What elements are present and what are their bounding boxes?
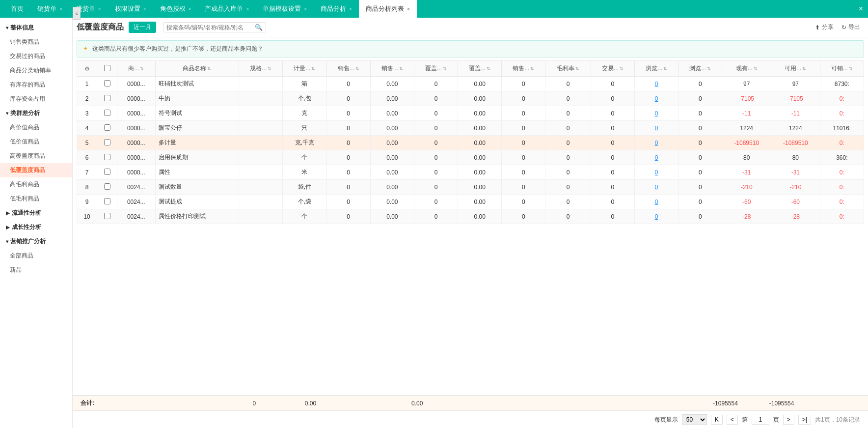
prev-page-button[interactable]: < xyxy=(727,415,738,425)
sidebar-item-low-margin[interactable]: 低毛利商品 xyxy=(0,192,72,206)
sidebar-collapse-button[interactable]: « xyxy=(73,7,81,20)
row-select-checkbox[interactable] xyxy=(104,110,110,116)
sidebar-section-cluster[interactable]: ▾ 类群差分析 xyxy=(0,106,72,120)
row-checkbox[interactable] xyxy=(97,121,117,136)
col-settings[interactable]: ⚙ xyxy=(77,61,97,77)
row-checkbox[interactable] xyxy=(97,165,117,180)
row-select-checkbox[interactable] xyxy=(104,95,110,101)
nav-close-analysis[interactable]: × xyxy=(349,6,352,12)
row-browse1[interactable]: 0 xyxy=(634,150,678,165)
nav-item-analysis[interactable]: 商品分析 × xyxy=(314,0,359,18)
row-checkbox[interactable] xyxy=(97,91,117,106)
sidebar-item-new-goods[interactable]: 新品 xyxy=(0,263,72,277)
col-sales-amount[interactable]: 销售...⇅ xyxy=(370,61,414,77)
nav-close-roles[interactable]: × xyxy=(189,6,191,12)
col-spec[interactable]: 规格...⇅ xyxy=(239,61,283,77)
row-checkbox[interactable] xyxy=(97,150,117,165)
col-trade[interactable]: 交易...⇅ xyxy=(591,61,634,77)
row-browse1[interactable]: 0 xyxy=(634,77,678,91)
row-select-checkbox[interactable] xyxy=(104,154,110,160)
nav-close-purchase[interactable]: × xyxy=(98,6,101,12)
row-current-stock: -28 xyxy=(722,209,771,224)
nav-close-analysis-list[interactable]: × xyxy=(407,6,410,12)
row-browse1[interactable]: 0 xyxy=(634,136,678,150)
first-page-button[interactable]: K xyxy=(711,415,723,425)
row-browse1[interactable]: 0 xyxy=(634,121,678,136)
col-browse1[interactable]: 浏览...⇅ xyxy=(634,61,678,77)
window-close-button[interactable]: × xyxy=(859,4,863,13)
col-sales-count[interactable]: 销售...⇅ xyxy=(326,61,370,77)
period-button[interactable]: 近一月 xyxy=(129,22,156,33)
sidebar-item-inventory-capital[interactable]: 库存资金占用 xyxy=(0,92,72,106)
col-available-stock[interactable]: 可用...⇅ xyxy=(771,61,820,77)
row-select-checkbox[interactable] xyxy=(104,198,110,204)
col-current-stock[interactable]: 现有...⇅ xyxy=(722,61,771,77)
row-browse1[interactable]: 0 xyxy=(634,209,678,224)
nav-item-roles[interactable]: 角色授权 × xyxy=(153,0,198,18)
row-select-checkbox[interactable] xyxy=(104,169,110,175)
sidebar-item-high-margin[interactable]: 高毛利商品 xyxy=(0,177,72,192)
nav-item-analysis-list[interactable]: 商品分析列表 × xyxy=(359,0,417,18)
row-checkbox[interactable] xyxy=(97,77,117,91)
sidebar-item-high-coverage[interactable]: 高覆盖度商品 xyxy=(0,149,72,163)
table-container[interactable]: ⚙ 商...⇅ 商品名称⇅ 规格...⇅ 计量...⇅ 销售...⇅ 销售...… xyxy=(77,60,864,395)
search-icon[interactable]: 🔍 xyxy=(255,24,263,31)
col-browse2[interactable]: 浏览...⇅ xyxy=(678,61,722,77)
sidebar-section-growth[interactable]: ▶ 成长性分析 xyxy=(0,220,72,234)
nav-close-permissions[interactable]: × xyxy=(143,6,146,12)
export-button[interactable]: ↻ 导出 xyxy=(841,23,860,31)
row-select-checkbox[interactable] xyxy=(104,139,110,145)
search-input[interactable] xyxy=(166,24,255,31)
row-checkbox[interactable] xyxy=(97,195,117,209)
row-select-checkbox[interactable] xyxy=(104,183,110,190)
col-sellable[interactable]: 可销...⇅ xyxy=(820,61,864,77)
nav-item-sales[interactable]: 销货单 × xyxy=(30,0,69,18)
sidebar-item-category-turnover[interactable]: 商品分类动销率 xyxy=(0,63,72,78)
col-sales-rate[interactable]: 销售...⇅ xyxy=(502,61,545,77)
row-select-checkbox[interactable] xyxy=(104,124,110,131)
row-browse2: 0 xyxy=(678,121,722,136)
col-name[interactable]: 商品名称⇅ xyxy=(155,61,239,77)
sidebar-item-high-value[interactable]: 高价值商品 xyxy=(0,120,72,135)
sidebar-item-in-stock[interactable]: 有库存的商品 xyxy=(0,78,72,92)
sidebar-item-low-coverage[interactable]: 低覆盖度商品 xyxy=(0,163,72,177)
col-coverage1[interactable]: 覆盖...⇅ xyxy=(414,61,458,77)
row-checkbox[interactable] xyxy=(97,106,117,121)
nav-item-permissions[interactable]: 权限设置 × xyxy=(108,0,153,18)
row-select-checkbox[interactable] xyxy=(104,80,110,86)
col-coverage2[interactable]: 覆盖...⇅ xyxy=(458,61,502,77)
sidebar-item-traded-goods[interactable]: 交易过的商品 xyxy=(0,49,72,63)
col-code[interactable]: 商...⇅ xyxy=(117,61,155,77)
row-browse1[interactable]: 0 xyxy=(634,165,678,180)
sidebar-section-overall[interactable]: ▾ 整体信息 xyxy=(0,21,72,35)
sidebar-item-all-goods[interactable]: 全部商品 xyxy=(0,249,72,263)
page-number-input[interactable] xyxy=(752,415,769,425)
col-unit[interactable]: 计量...⇅ xyxy=(283,61,326,77)
row-browse1[interactable]: 0 xyxy=(634,180,678,195)
row-select-checkbox[interactable] xyxy=(104,213,110,219)
sidebar-item-sales-goods[interactable]: 销售类商品 xyxy=(0,35,72,49)
per-page-select[interactable]: 50 20 100 xyxy=(682,414,707,425)
nav-close-template[interactable]: × xyxy=(304,6,307,12)
nav-close-sales[interactable]: × xyxy=(59,6,62,12)
nav-close-products[interactable]: × xyxy=(246,6,249,12)
nav-item-home[interactable]: 首页 xyxy=(4,0,30,18)
row-browse1[interactable]: 0 xyxy=(634,195,678,209)
sidebar-item-low-value[interactable]: 低价值商品 xyxy=(0,135,72,149)
next-page-button[interactable]: > xyxy=(783,415,794,425)
row-checkbox[interactable] xyxy=(97,136,117,150)
nav-item-products[interactable]: 产成品入库单 × xyxy=(198,0,256,18)
share-button[interactable]: ⬆ 分享 xyxy=(815,23,834,31)
row-browse1[interactable]: 0 xyxy=(634,91,678,106)
col-gross-margin[interactable]: 毛利率⇅ xyxy=(545,61,591,77)
last-page-button[interactable]: >| xyxy=(798,415,811,425)
row-checkbox[interactable] xyxy=(97,209,117,224)
row-gross-margin: 0 xyxy=(545,209,591,224)
row-checkbox[interactable] xyxy=(97,180,117,195)
select-all-checkbox[interactable] xyxy=(104,65,110,71)
col-checkbox[interactable] xyxy=(97,61,117,77)
sidebar-section-marketing[interactable]: ▾ 营销推广分析 xyxy=(0,234,72,249)
row-browse1[interactable]: 0 xyxy=(634,106,678,121)
sidebar-section-liquidity[interactable]: ▶ 流通性分析 xyxy=(0,206,72,220)
nav-item-template[interactable]: 单据模板设置 × xyxy=(256,0,314,18)
